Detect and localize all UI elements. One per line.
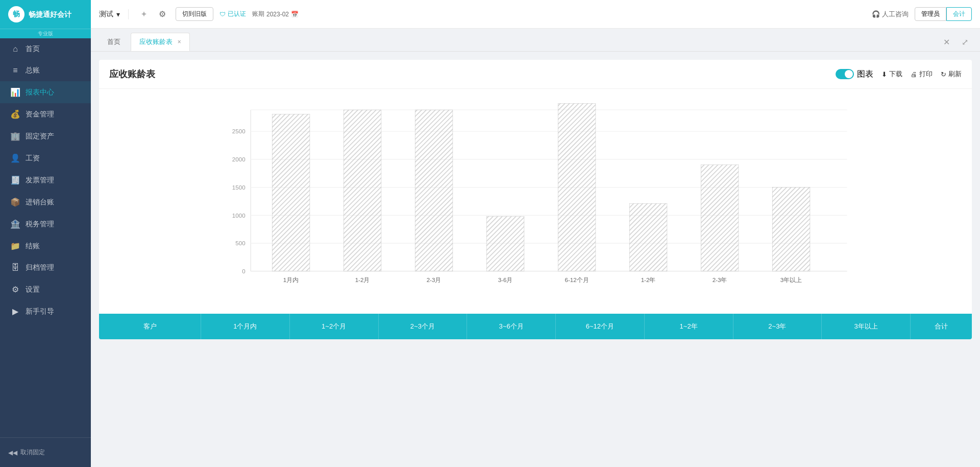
archive-icon: 🗄 [10,263,20,272]
print-button[interactable]: 🖨 打印 [911,69,933,79]
sidebar-item-home[interactable]: ⌂ 首页 [0,38,91,60]
salary-icon: 👤 [10,153,20,163]
tab-home[interactable]: 首页 [99,33,129,51]
settle-icon: 📁 [10,241,20,251]
col-3-6month: 3~6个月 [467,314,556,339]
sidebar-item-tax[interactable]: 🏦 税务管理 [0,213,91,235]
sidebar-item-label: 工资 [26,154,40,163]
svg-text:500: 500 [235,240,245,246]
report-panel: 应收账龄表 图表 ⬇ 下载 🖨 打印 ↻ [99,60,972,339]
app-name: 畅捷通好会计 [29,10,71,19]
switch-old-button[interactable]: 切到旧版 [176,7,213,21]
invoice-icon: 🧾 [10,175,20,185]
period-value: 2023-02 [266,11,289,18]
account-button[interactable]: 会计 [946,7,972,21]
tab-close-icon[interactable]: × [178,38,181,45]
tax-icon: 🏦 [10,219,20,229]
svg-text:1-2年: 1-2年 [641,277,656,283]
topbar-divider-1 [128,9,129,19]
col-2-3year: 2~3年 [733,314,822,339]
sidebar-item-label: 归档管理 [26,263,54,272]
tab-aging-report[interactable]: 应收账龄表 × [131,33,190,51]
user-account-group: 管理员 会计 [915,7,972,21]
svg-rect-17 [344,110,381,271]
refresh-label: 刷新 [948,69,962,79]
sales-icon: 📦 [10,197,20,207]
col-total: 合计 [911,314,972,339]
tabbar-right: ✕ ⤢ [939,35,972,49]
sidebar-item-asset[interactable]: 🏢 固定资产 [0,125,91,147]
user-button[interactable]: 管理员 [915,7,946,21]
page-content: 应收账龄表 图表 ⬇ 下载 🖨 打印 ↻ [91,52,980,467]
svg-text:2-3年: 2-3年 [713,277,727,283]
cancel-fixed-label: 取消固定 [20,448,45,457]
fund-icon: 💰 [10,109,20,119]
svg-text:3-6月: 3-6月 [498,277,513,283]
col-1-2month: 1~2个月 [290,314,379,339]
sidebar-item-settle[interactable]: 📁 结账 [0,235,91,257]
sidebar: 畅 畅捷通好会计 专业版 ⌂ 首页 ≡ 总账 📊 报表中心 💰 资金管理 🏢 固… [0,0,91,467]
sidebar-item-label: 固定资产 [26,132,54,141]
sidebar-item-label: 新手引导 [26,307,54,316]
expand-panel-button[interactable]: ⤢ [958,35,972,49]
svg-text:1500: 1500 [232,184,246,191]
sidebar-item-label: 发票管理 [26,176,54,185]
home-icon: ⌂ [10,44,20,54]
headset-icon: 🎧 [872,10,880,18]
svg-text:0: 0 [242,268,245,274]
svg-text:2-3月: 2-3月 [427,277,442,283]
sidebar-item-settings[interactable]: ⚙ 设置 [0,278,91,300]
company-name: 测试 [99,10,113,19]
sidebar-item-label: 结账 [26,242,40,251]
col-3plus-year: 3年以上 [822,314,911,339]
col-customer: 客户 [99,314,201,339]
tab-home-label: 首页 [107,38,120,45]
print-icon: 🖨 [911,71,917,78]
sidebar-item-guide[interactable]: ▶ 新手引导 [0,300,91,322]
add-button[interactable]: ＋ [137,7,151,21]
cancel-fixed-icon: ◀◀ [8,449,17,456]
svg-text:6-12个月: 6-12个月 [565,277,589,283]
sidebar-item-fund[interactable]: 💰 资金管理 [0,103,91,125]
certified-badge: 🛡 已认证 [219,10,246,18]
close-panel-button[interactable]: ✕ [939,35,953,49]
chart-toggle[interactable] [836,69,854,79]
refresh-icon: ↻ [941,71,946,78]
sidebar-item-label: 资金管理 [26,110,54,119]
cancel-fixed-btn[interactable]: ◀◀ 取消固定 [0,443,91,462]
col-6-12month: 6~12个月 [556,314,645,339]
sidebar-item-sales[interactable]: 📦 进销台账 [0,191,91,213]
svg-text:2500: 2500 [232,128,246,134]
logo-icon: 畅 [8,6,24,22]
refresh-button[interactable]: ↻ 刷新 [941,69,962,79]
sidebar-bottom: ◀◀ 取消固定 [0,437,91,467]
sidebar-item-report[interactable]: 📊 报表中心 [0,81,91,103]
logo-text-block: 畅捷通好会计 [29,10,71,19]
chart-area: 0 500 1000 1500 2000 2500 1月内 [99,89,972,314]
sidebar-item-archive[interactable]: 🗄 归档管理 [0,257,91,278]
col-1month: 1个月内 [201,314,290,339]
pro-badge: 专业版 [0,29,91,38]
chart-toggle-label: 图表 [857,69,873,80]
sidebar-item-label: 税务管理 [26,220,54,229]
svg-rect-21 [486,216,524,271]
topbar-right: 🎧 人工咨询 管理员 会计 [872,7,972,21]
sidebar-item-ledger[interactable]: ≡ 总账 [0,60,91,81]
svg-rect-27 [701,165,739,271]
svg-text:1000: 1000 [232,213,246,219]
download-button[interactable]: ⬇ 下载 [881,69,902,79]
sidebar-item-invoice[interactable]: 🧾 发票管理 [0,169,91,191]
bar-chart: 0 500 1000 1500 2000 2500 1月内 [109,99,962,303]
download-icon: ⬇ [881,71,887,78]
consult-button[interactable]: 🎧 人工咨询 [872,10,909,19]
svg-rect-29 [772,188,810,271]
settings-button[interactable]: ⚙ [155,7,169,21]
ledger-icon: ≡ [10,66,20,75]
company-selector[interactable]: 测试 ▾ [99,10,120,19]
chart-container: 0 500 1000 1500 2000 2500 1月内 [109,99,962,303]
shield-icon: 🛡 [219,11,226,18]
report-icon: 📊 [10,87,20,97]
sidebar-item-salary[interactable]: 👤 工资 [0,147,91,169]
account-period: 账期 2023-02 📅 [252,10,299,18]
period-label: 账期 [252,10,264,18]
